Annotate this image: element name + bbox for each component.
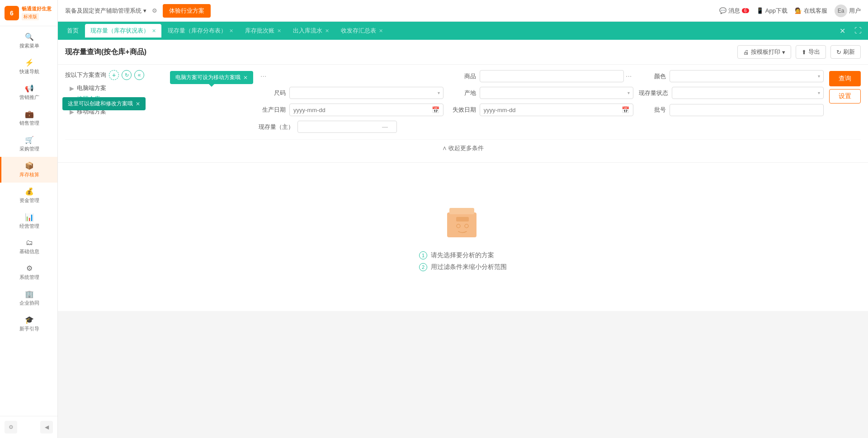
empty-texts: 1 请先选择要分析的方案 2 用过滤条件来缩小分析范围 [419,251,507,275]
sidebar-bottom: ⚙ ◀ [0,416,57,438]
sidebar-item-quick-nav[interactable]: ⚡ 快速导航 [0,54,57,80]
sidebar-item-sales[interactable]: 💼 销售管理 [0,105,57,131]
collapse-more-btn[interactable]: ∧ 收起更多条件 [65,139,861,157]
close-icon[interactable]: ✕ [325,28,329,34]
close-icon[interactable]: ✕ [152,28,156,34]
sales-icon: 💼 [25,110,34,118]
tooltip-close-btn-2[interactable]: ✕ [136,101,140,107]
tab-inventory-status[interactable]: 现存量（库存状况表） ✕ [85,24,161,38]
sidebar-item-inventory[interactable]: 📦 库存核算 [0,157,57,183]
settings-button[interactable]: ⚙ [5,421,17,433]
print-btn[interactable]: 🖨 按模板打印 ▾ [737,45,791,59]
filter-area: 按以下方案查询 + ↻ « ▶ 电脑端方案 按照仓 [58,65,868,163]
edit-scheme-btn[interactable]: ↻ [122,70,132,80]
sidebar-item-marketing[interactable]: 📢 营销推广 [0,80,57,105]
sidebar-item-label: 企业协同 [19,300,39,306]
filter-row-3: 生产日期 📅 失效日期 📅 [259,104,824,116]
batch-input[interactable] [670,104,824,116]
user-label: 用户 [849,7,861,15]
tab-label: 库存批次账 [245,27,274,35]
empty-hint-1: 1 请先选择要分析的方案 [419,251,507,259]
tab-label: 现存量（库存状况表） [90,27,149,35]
settings-icon: ⚙ [9,424,14,430]
page-header-actions: 🖨 按模板打印 ▾ ⬆ 导出 ↻ 刷新 [737,45,861,59]
stock-qty-range-wrapper: — [297,121,397,133]
tab-in-out-flow[interactable]: 出入库流水 ✕ [288,24,335,38]
collapse-sidebar-button[interactable]: ◀ [40,421,53,433]
export-icon: ⬆ [802,49,807,56]
page-title: 现存量查询(按仓库+商品) [65,47,146,57]
arrow-scheme-btn[interactable]: « [134,70,144,80]
settings-btn[interactable]: ⚙ [152,7,157,14]
expiry-date-input[interactable] [484,107,620,113]
stock-status-select[interactable] [672,87,824,99]
expiry-date-field: 失效日期 📅 [449,104,634,116]
warehouse-dots[interactable]: ··· [259,72,268,80]
sidebar-item-label: 基础信息 [19,248,39,255]
user-menu[interactable]: Ea 用户 [835,5,861,17]
goods-dots[interactable]: ··· [624,72,633,80]
add-scheme-btn[interactable]: + [109,70,119,80]
online-service-btn[interactable]: 💁 在线客服 [795,7,827,15]
sidebar: 6 畅通道好生意 标准版 🔍 搜索菜单 ⚡ 快速导航 📢 营销推广 💼 销售管理… [0,0,58,438]
sidebar-item-system[interactable]: ⚙ 系统管理 [0,259,57,285]
production-date-input[interactable] [293,107,430,113]
sidebar-item-finance[interactable]: 💰 资金管理 [0,183,57,208]
set-button[interactable]: 设置 [829,89,861,104]
expiry-date-label: 失效日期 [449,106,476,114]
size-field: 尺码 ▾ [259,87,443,99]
sidebar-item-label: 系统管理 [19,274,39,281]
tab-home[interactable]: 首页 [61,24,84,38]
tab-recv-summary[interactable]: 收发存汇总表 ✕ [335,24,388,38]
filter-row-4: 现存量（主） — [259,121,824,133]
tooltip-convert-text: 电脑方案可设为移动方案哦 ✕ [170,71,253,84]
experience-btn[interactable]: 体验行业方案 [163,4,211,18]
scheme-desktop[interactable]: ▶ 电脑端方案 [70,83,165,94]
stock-status-label: 现存量状态 [639,89,668,97]
logo-subtitle: 标准版 [22,13,39,20]
empty-state: 1 请先选择要分析的方案 2 用过滤条件来缩小分析范围 [58,163,868,311]
query-button[interactable]: 查询 [829,71,861,86]
batch-label: 批号 [639,106,666,114]
sidebar-item-basic-info[interactable]: 🗂 基础信息 [0,234,57,259]
goods-input[interactable] [480,70,624,82]
close-icon[interactable]: ✕ [229,28,233,34]
origin-label: 产地 [449,89,476,97]
size-select-wrapper: ▾ [289,87,443,99]
sidebar-item-purchase[interactable]: 🛒 采购管理 [0,131,57,157]
calendar-icon[interactable]: 📅 [432,106,439,113]
color-select[interactable] [670,70,824,82]
refresh-btn[interactable]: ↻ 刷新 [830,45,861,59]
close-all-tabs-btn[interactable]: ✕ [837,26,848,36]
calendar-icon[interactable]: 📅 [622,106,629,113]
app-download-btn[interactable]: 📱 App下载 [756,7,788,15]
print-icon: 🖨 [743,49,749,56]
sidebar-item-search[interactable]: 🔍 搜索菜单 [0,28,57,54]
stock-qty-field: 现存量（主） — [259,121,397,133]
basic-info-icon: 🗂 [26,239,33,247]
system-selector[interactable]: 装备及固定资产辅助管理系统 ▾ [65,7,146,15]
close-icon[interactable]: ✕ [277,28,281,34]
size-select[interactable] [289,87,443,99]
tooltip-scheme-edit: 这里可以创建和修改方案哦 ✕ [62,97,146,110]
empty-icon [440,199,486,244]
message-btn[interactable]: 💬 消息 6 [719,7,749,15]
origin-select[interactable] [480,87,634,99]
tooltip-close-btn[interactable]: ✕ [243,75,248,81]
sidebar-item-enterprise[interactable]: 🏢 企业协同 [0,285,57,311]
empty-illustration [440,201,486,242]
sidebar-item-label: 营销推广 [19,94,39,101]
stock-qty-label: 现存量（主） [259,123,294,131]
sidebar-item-guide[interactable]: 🎓 新手引导 [0,311,57,337]
export-btn[interactable]: ⬆ 导出 [796,45,826,59]
tab-label: 出入库流水 [293,27,322,35]
stock-qty-min[interactable] [298,121,381,132]
tab-label: 收发存汇总表 [341,27,376,35]
close-icon[interactable]: ✕ [379,28,383,34]
inventory-icon: 📦 [25,161,34,170]
maximize-btn[interactable]: ⛶ [852,26,864,36]
sidebar-item-operations[interactable]: 📊 经营管理 [0,208,57,234]
stock-qty-max[interactable] [389,121,397,132]
tab-inventory-dist[interactable]: 现存量（库存分布表） ✕ [162,24,239,38]
tab-batch-account[interactable]: 库存批次账 ✕ [240,24,287,38]
